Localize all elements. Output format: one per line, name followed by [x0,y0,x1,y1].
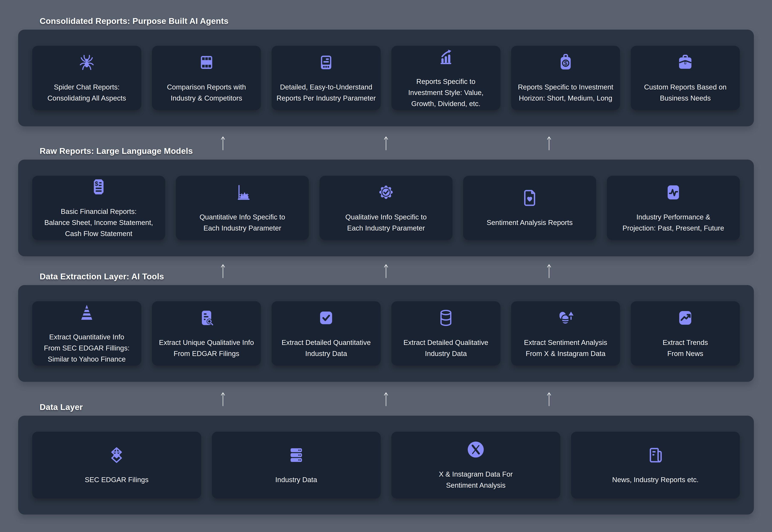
card-label: Extract Sentiment Analysis From X & Inst… [524,337,607,359]
layer-title-data-layer: Data Layer [40,402,83,412]
x-logo-icon [466,439,486,460]
svg-text:$: $ [95,180,98,187]
file-search-icon [196,308,216,328]
card-label: Comparison Reports with Industry & Compe… [167,82,246,104]
layer-panel-data-extraction: Extract Quantitative Info From SEC EDGAR… [18,285,754,382]
card-label: Detailed, Easy-to-Understand Reports Per… [276,82,376,104]
card-comparison-reports: Comparison Reports with Industry & Compe… [152,46,261,110]
gap-data-layer: Data Layer [0,382,772,416]
layer-title-raw-reports: Raw Reports: Large Language Models [40,146,193,156]
activity-square-icon [663,182,683,203]
trend-square-icon [675,308,695,328]
up-arrow-icon [219,263,227,278]
card-label: Extract Unique Qualitative Info From EDG… [159,337,254,359]
up-arrow-icon [545,391,553,406]
database-icon [436,308,456,328]
card-label: Industry Data [275,474,317,485]
card-label: X & Instagram Data For Sentiment Analysi… [439,469,513,491]
card-extract-trends-news: Extract Trends From News [631,301,740,366]
card-basic-financial-reports: $ Basic Financial Reports: Balance Sheet… [32,176,165,240]
svg-text:$: $ [564,60,567,66]
card-label: Basic Financial Reports: Balance Sheet, … [44,206,153,239]
receipt-icon: $ [89,177,109,197]
card-label: Quantitative Info Specific to Each Indus… [199,212,285,234]
card-label: Sentiment Analysis Reports [487,217,573,228]
database-upload-icon [556,308,576,328]
card-label: Reports Specific to Investment Style: Va… [408,76,484,109]
up-arrow-icon [545,136,553,150]
card-detailed-reports: Detailed, Easy-to-Understand Reports Per… [271,46,381,110]
up-arrow-icon [382,391,390,406]
card-extract-quantitative-edgar: Extract Quantitative Info From SEC EDGAR… [32,301,141,366]
card-label: Industry Performance & Projection: Past,… [623,212,724,234]
funnel-cone-icon [77,302,97,323]
card-label: Reports Specific to Investment Horizon: … [518,82,613,104]
table-icon [196,52,216,73]
briefcase-icon [675,52,695,73]
gap-raw-reports: Raw Reports: Large Language Models [0,126,772,160]
layer-title-consolidated: Consolidated Reports: Purpose Built AI A… [40,16,228,26]
layer-title-data-extraction: Data Extraction Layer: AI Tools [40,272,164,281]
up-arrow-icon [219,391,227,406]
card-investment-horizon-reports: $ Reports Specific to Investment Horizon… [511,46,620,110]
money-bag-icon: $ [556,52,576,73]
heart-file-icon [520,188,540,208]
layer-header-consolidated: Consolidated Reports: Purpose Built AI A… [0,0,772,30]
layer-panel-consolidated: Spider Chat Reports: Consolidating All A… [18,30,754,126]
card-news-industry-reports: News, Industry Reports etc. [571,432,740,499]
card-label: Extract Quantitative Info From SEC EDGAR… [44,332,130,365]
card-label: Qualitative Info Specific to Each Indust… [345,212,427,234]
card-extract-qualitative-edgar: Extract Unique Qualitative Info From EDG… [152,301,261,366]
gap-data-extraction: Data Extraction Layer: AI Tools [0,256,772,285]
card-x-instagram-data: X & Instagram Data For Sentiment Analysi… [391,432,560,499]
card-label: Extract Trends From News [663,337,708,359]
badge-check-icon [376,182,396,203]
card-label: SEC EDGAR Filings [85,474,148,485]
card-extract-sentiment-social: Extract Sentiment Analysis From X & Inst… [511,301,620,366]
newspaper-icon [645,445,665,465]
card-label: Custom Reports Based on Business Needs [644,82,727,104]
card-quantitative-info: Quantitative Info Specific to Each Indus… [176,176,309,240]
report-device-icon [316,52,336,73]
up-arrow-icon [382,136,390,150]
chart-growth-icon [436,47,456,67]
up-arrow-icon [382,263,390,278]
card-spider-chat-reports: Spider Chat Reports: Consolidating All A… [32,46,141,110]
card-label: Extract Detailed Qualitative Industry Da… [404,337,488,359]
card-industry-performance: Industry Performance & Projection: Past,… [607,176,740,240]
card-industry-data: Industry Data [212,432,381,499]
check-square-icon [316,308,336,328]
server-icon [286,445,306,465]
card-label: News, Industry Reports etc. [612,474,698,485]
card-extract-quantitative-industry: Extract Detailed Quantitative Industry D… [271,301,381,366]
card-sentiment-analysis-reports: Sentiment Analysis Reports [463,176,596,240]
card-label: Extract Detailed Quantitative Industry D… [281,337,370,359]
card-investment-style-reports: Reports Specific to Investment Style: Va… [391,46,501,110]
card-sec-edgar-filings: SEC EDGAR Filings [32,432,201,499]
card-qualitative-info: Qualitative Info Specific to Each Indust… [319,176,453,240]
area-chart-icon [232,182,252,203]
up-arrow-icon [545,263,553,278]
card-extract-qualitative-industry: Extract Detailed Qualitative Industry Da… [391,301,501,366]
card-custom-reports: Custom Reports Based on Business Needs [631,46,740,110]
up-arrow-icon [219,136,227,150]
layers-diamond-icon [107,445,127,465]
spider-icon [77,52,97,73]
card-label: Spider Chat Reports: Consolidating All A… [47,82,126,104]
layer-panel-data-layer: SEC EDGAR Filings Industry Data X & Inst… [18,416,754,515]
layer-panel-raw-reports: $ Basic Financial Reports: Balance Sheet… [18,160,754,256]
